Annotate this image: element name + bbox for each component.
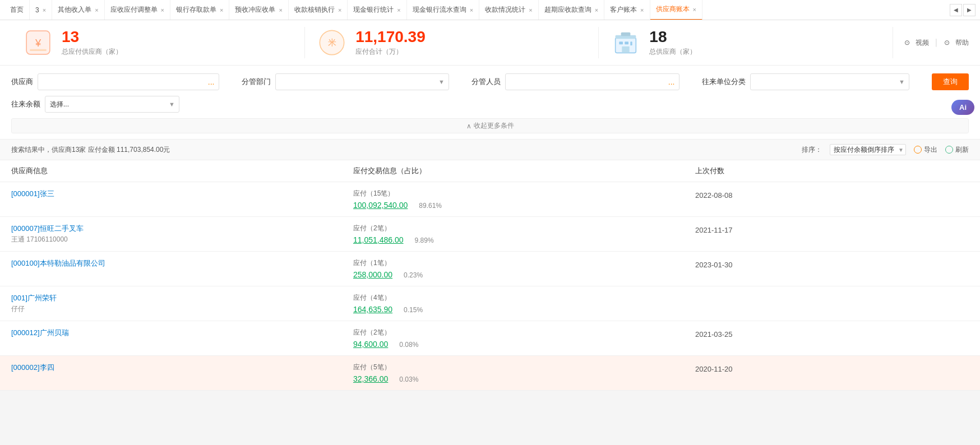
supplier-cell-2: [000100]本特勒油品有限公司 bbox=[11, 258, 353, 268]
table-row: [001]广州荣轩 仔仔 应付（4笔） 164,635.90 0.15% bbox=[0, 286, 980, 321]
sort-label: 排序： bbox=[802, 145, 822, 155]
balance-label: 往来余额 bbox=[11, 99, 40, 109]
svg-rect-11 bbox=[622, 47, 630, 53]
last-pay-cell-0: 2022-08-08 bbox=[695, 189, 900, 200]
collapse-chevron-icon: ∧ bbox=[466, 122, 471, 130]
balance-select[interactable]: 选择... bbox=[45, 96, 179, 113]
close-tab-other-income[interactable]: × bbox=[95, 7, 98, 13]
nav-tab-other-income[interactable]: 其他收入单 × bbox=[52, 0, 104, 20]
stat-icon-1: ¥ bbox=[22, 27, 54, 58]
nav-tab-receipt-exec[interactable]: 收款核销执行 × bbox=[289, 0, 348, 20]
refresh-button[interactable]: 刷新 bbox=[945, 145, 969, 155]
filter-row-1: 供应商 ... 分管部门 ▼ 分管人员 ... bbox=[11, 73, 969, 90]
nav-next-btn[interactable]: ▶ bbox=[963, 4, 976, 16]
nav-tab-ar-ap[interactable]: 应收应付调整单 × bbox=[105, 0, 170, 20]
stat-info-2: 11,170.39 应付合计（万） bbox=[355, 29, 426, 57]
search-button[interactable]: 查询 bbox=[932, 73, 969, 90]
person-dots-icon[interactable]: ... bbox=[668, 77, 675, 86]
payable-label-5: 应付（5笔） bbox=[353, 363, 695, 372]
nav-tab-overdue[interactable]: 超期应收款查询 × bbox=[539, 0, 604, 20]
close-tab-supplier[interactable]: × bbox=[693, 6, 696, 13]
stat-item-total-payable: 米 11,170.39 应付合计（万） bbox=[305, 27, 599, 58]
supplier-dots-icon[interactable]: ... bbox=[208, 77, 215, 86]
nav-prev-btn[interactable]: ◀ bbox=[950, 4, 962, 16]
close-tab-prepay[interactable]: × bbox=[279, 7, 282, 13]
top-right-links: ⊙ 视频 │ ⊙ 帮助 bbox=[893, 38, 969, 48]
nav-tab-cash-flow[interactable]: 现金银行流水查询 × bbox=[407, 0, 479, 20]
close-tab-3[interactable]: × bbox=[43, 7, 46, 13]
table-header: 供应商信息 应付交易信息（占比） 上次付数 bbox=[0, 160, 980, 182]
person-input[interactable] bbox=[505, 73, 679, 90]
nav-tab-bank[interactable]: 银行存取款单 × bbox=[170, 0, 229, 20]
payable-amount-3[interactable]: 164,635.90 bbox=[353, 305, 392, 314]
dept-select[interactable] bbox=[275, 73, 450, 90]
supplier-cell-0: [000001]张三 bbox=[11, 189, 353, 199]
supplier-label: 供应商 bbox=[11, 77, 33, 87]
supplier-link-0[interactable]: [000001]张三 bbox=[11, 189, 54, 198]
nav-tab-home[interactable]: 首页 bbox=[4, 0, 30, 20]
stat-number-3: 18 bbox=[649, 29, 696, 46]
help-link[interactable]: 帮助 bbox=[955, 38, 969, 48]
sort-select-wrap: 按应付余额倒序排序 ▼ bbox=[830, 144, 906, 155]
nav-tab-cash-stat[interactable]: 现金银行统计 × bbox=[348, 0, 406, 20]
close-tab-cash-flow[interactable]: × bbox=[470, 7, 473, 13]
close-tab-cash-stat[interactable]: × bbox=[397, 7, 400, 13]
close-tab-receipt-exec[interactable]: × bbox=[338, 7, 341, 13]
export-label: 导出 bbox=[924, 145, 937, 155]
payable-amount-4[interactable]: 94,600.00 bbox=[353, 340, 388, 349]
export-button[interactable]: 导出 bbox=[914, 145, 937, 155]
filter-item-person: 分管人员 ... bbox=[471, 73, 679, 90]
col-header-supplier: 供应商信息 bbox=[11, 166, 353, 176]
payable-cell-3: 应付（4笔） 164,635.90 0.15% bbox=[353, 293, 695, 314]
nav-tab-customer-ledger[interactable]: 客户账本 × bbox=[604, 0, 650, 20]
payable-amount-1[interactable]: 11,051,486.00 bbox=[353, 235, 404, 244]
close-tab-overdue[interactable]: × bbox=[595, 7, 598, 13]
stat-icon-3 bbox=[610, 27, 641, 58]
supplier-link-2[interactable]: [000100]本特勒油品有限公司 bbox=[11, 259, 105, 267]
nav-tab-prepay[interactable]: 预收冲应收单 × bbox=[229, 0, 288, 20]
collapse-label: 收起更多条件 bbox=[474, 121, 514, 131]
last-pay-cell-4: 2021-03-25 bbox=[695, 328, 900, 339]
result-bar: 搜索结果中，供应商13家 应付金额 111,703,854.00元 排序： 按应… bbox=[0, 140, 980, 160]
nav-tab-receipt-stat[interactable]: 收款情况统计 × bbox=[479, 0, 538, 20]
supplier-link-4[interactable]: [000012]广州贝瑞 bbox=[11, 328, 69, 337]
supplier-link-3[interactable]: [001]广州荣轩 bbox=[11, 294, 57, 302]
svg-text:米: 米 bbox=[328, 38, 336, 47]
payable-amount-2[interactable]: 258,000.00 bbox=[353, 270, 392, 279]
result-right: 排序： 按应付余额倒序排序 ▼ 导出 刷新 bbox=[802, 144, 969, 155]
table-area: 供应商信息 应付交易信息（占比） 上次付数 [000001]张三 应付（15笔）… bbox=[0, 160, 980, 391]
category-select[interactable] bbox=[750, 73, 910, 90]
last-pay-cell-1: 2021-11-17 bbox=[695, 224, 900, 234]
supplier-input[interactable] bbox=[38, 73, 219, 90]
nav-tab-3[interactable]: 3 × bbox=[30, 0, 52, 20]
close-tab-ar-ap[interactable]: × bbox=[161, 7, 164, 13]
payable-cell-0: 应付（15笔） 100,092,540.00 89.61% bbox=[353, 189, 695, 210]
close-tab-receipt-stat[interactable]: × bbox=[529, 7, 532, 13]
payable-amount-0[interactable]: 100,092,540.00 bbox=[353, 201, 408, 210]
supplier-link-5[interactable]: [000002]李四 bbox=[11, 363, 54, 372]
collapse-button[interactable]: ∧ 收起更多条件 bbox=[11, 118, 969, 133]
svg-rect-8 bbox=[631, 41, 632, 45]
table-row: [000002]李四 应付（5笔） 32,366.00 0.03% 2020-1… bbox=[0, 356, 980, 391]
payable-label-0: 应付（15笔） bbox=[353, 189, 695, 198]
close-tab-bank[interactable]: × bbox=[220, 7, 223, 13]
svg-rect-6 bbox=[620, 41, 623, 44]
dept-label: 分管部门 bbox=[242, 77, 271, 87]
last-pay-cell-5: 2020-11-20 bbox=[695, 363, 900, 373]
ai-button[interactable]: Ai bbox=[951, 100, 974, 115]
payable-pct-5: 0.03% bbox=[399, 376, 418, 383]
svg-rect-10 bbox=[621, 33, 631, 36]
table-scroll: [000001]张三 应付（15笔） 100,092,540.00 89.61%… bbox=[0, 182, 980, 391]
sort-select[interactable]: 按应付余额倒序排序 bbox=[830, 144, 906, 155]
stat-item-total-suppliers: 18 总供应商（家） bbox=[599, 27, 893, 58]
person-input-wrap: ... bbox=[505, 73, 679, 90]
supplier-link-1[interactable]: [000007]恒旺二手叉车 bbox=[11, 224, 84, 233]
nav-tab-supplier-ledger[interactable]: 供应商账本 × bbox=[650, 0, 702, 20]
payable-amount-5[interactable]: 32,366.00 bbox=[353, 374, 388, 383]
nav-arrows: ◀ ▶ bbox=[950, 4, 976, 16]
video-link[interactable]: 视频 bbox=[916, 38, 929, 48]
svg-rect-2 bbox=[30, 49, 47, 51]
close-tab-customer[interactable]: × bbox=[640, 7, 644, 13]
payable-pct-3: 0.15% bbox=[404, 306, 423, 314]
person-label: 分管人员 bbox=[471, 77, 501, 87]
